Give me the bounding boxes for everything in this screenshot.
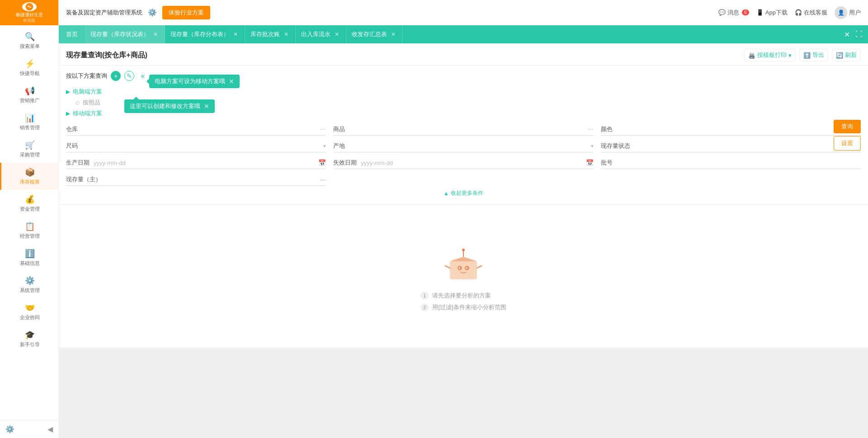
empty-tip-2: 2 用[过滤]条件来缩小分析范围 xyxy=(420,303,506,311)
sidebar-item-basic[interactable]: ℹ️ 基础信息 xyxy=(0,244,58,271)
notification-item[interactable]: 💬 消息 6 xyxy=(718,9,749,17)
tab-flow-close[interactable]: ✕ xyxy=(333,31,340,38)
collapse-bar[interactable]: ▲ 收起更多条件 xyxy=(66,186,861,199)
phone-icon: 📱 xyxy=(756,9,764,16)
print-label: 按模板打印 xyxy=(757,51,787,59)
print-button[interactable]: 🖨️ 按模板打印 ▾ xyxy=(744,49,796,61)
export-button[interactable]: ⬆️ 导出 xyxy=(799,49,828,61)
edit-scheme-button[interactable]: ✎ xyxy=(124,71,134,81)
origin-label: 产地 xyxy=(333,142,358,150)
username-label: 用户 xyxy=(849,9,861,17)
online-support-item[interactable]: 🎧 在线客服 xyxy=(795,9,827,17)
top-header: 装备及固定资产辅助管理系统 ⚙️ 体验行业方案 💬 消息 6 📱 App下载 🎧… xyxy=(59,0,868,25)
tab-batch-close[interactable]: ✕ xyxy=(283,31,290,38)
export-icon: ⬆️ xyxy=(803,52,811,59)
exp-date-calendar-icon[interactable]: 📅 xyxy=(586,159,594,166)
sidebar-item-quicknav[interactable]: ⚡ 快捷导航 xyxy=(0,54,58,81)
sidebar-item-finance[interactable]: 💰 资金管理 xyxy=(0,190,58,217)
range-dash: — xyxy=(320,176,326,183)
avatar: 👤 xyxy=(835,6,847,19)
sidebar-label-sales: 销售管理 xyxy=(20,124,40,131)
sidebar-item-inventory[interactable]: 📦 库存核算 xyxy=(0,163,58,190)
sidebar-footer: ⚙️ ◀ xyxy=(0,420,58,438)
prod-date-calendar-icon[interactable]: 📅 xyxy=(318,159,326,166)
exp-date-input[interactable] xyxy=(361,160,581,166)
svg-line-11 xyxy=(445,266,450,268)
empty-tip-1: 1 请先选择要分析的方案 xyxy=(420,292,506,300)
app-download-label: App下载 xyxy=(765,9,788,17)
tab-flow[interactable]: 出入库流水 ✕ xyxy=(296,25,346,43)
sidebar-item-purchase[interactable]: 🛒 采购管理 xyxy=(0,136,58,163)
scheme-mobile-arrow: ▶ xyxy=(66,110,70,117)
logo-text: 畅捷通好生意 xyxy=(16,12,43,18)
page-area: 现存量查询(按仓库+商品) 🖨️ 按模板打印 ▾ ⬆️ 导出 🔄 刷新 xyxy=(59,43,868,438)
system-gear-icon[interactable]: ⚙️ xyxy=(148,8,157,17)
tooltip-create-text: 这里可以创建和修改方案哦 xyxy=(130,102,200,110)
warehouse-dots[interactable]: ··· xyxy=(320,125,326,133)
size-dropdown[interactable]: ▾ xyxy=(323,143,326,149)
tab-inventory-dist[interactable]: 现存量（库存分布表） ✕ xyxy=(165,25,245,43)
tab-summary-close[interactable]: ✕ xyxy=(390,31,397,38)
logo-icon xyxy=(22,2,37,11)
tab-close-all-icon[interactable]: ✕ xyxy=(842,28,852,41)
tooltip-create-scheme: 这里可以创建和修改方案哦 ✕ xyxy=(124,99,215,113)
origin-dropdown[interactable]: ▾ xyxy=(591,143,594,149)
query-buttons: 查询 设置 xyxy=(834,120,861,151)
tab-batch[interactable]: 库存批次账 ✕ xyxy=(245,25,296,43)
guide-icon: 🎓 xyxy=(25,330,35,340)
sidebar-item-collab[interactable]: 🤝 企业协同 xyxy=(0,298,58,325)
tooltip-create-close[interactable]: ✕ xyxy=(204,103,209,110)
message-icon: 💬 xyxy=(718,9,726,16)
set-button[interactable]: 设置 xyxy=(834,136,861,151)
origin-field: 产地 ▾ xyxy=(333,140,593,152)
sidebar-label-finance: 资金管理 xyxy=(20,206,40,212)
tab-summary[interactable]: 收发存汇总表 ✕ xyxy=(346,25,403,43)
svg-line-12 xyxy=(477,266,481,268)
page-content-wrapper: 现存量查询(按仓库+商品) 🖨️ 按模板打印 ▾ ⬆️ 导出 🔄 刷新 xyxy=(59,43,868,348)
sidebar-item-marketing[interactable]: 📢 营销推广 xyxy=(0,81,58,108)
basic-icon: ℹ️ xyxy=(25,249,35,259)
size-field: 尺码 ▾ xyxy=(66,140,326,152)
sidebar-item-management[interactable]: 📋 经营管理 xyxy=(0,217,58,244)
tab-inventory-status-close[interactable]: ✕ xyxy=(152,31,159,38)
sidebar-item-system[interactable]: ⚙️ 系统管理 xyxy=(0,271,58,298)
user-item[interactable]: 👤 用户 xyxy=(835,6,861,19)
purchase-icon: 🛒 xyxy=(25,140,35,150)
stock-main-start-input[interactable] xyxy=(103,176,318,183)
prod-date-start-input[interactable] xyxy=(94,160,314,166)
refresh-button[interactable]: 🔄 刷新 xyxy=(832,49,861,61)
batch-label: 批号 xyxy=(601,159,626,167)
tab-inventory-dist-close[interactable]: ✕ xyxy=(232,31,239,38)
empty-illustration xyxy=(441,241,486,286)
notification-badge: 6 xyxy=(742,9,749,15)
experience-button[interactable]: 体验行业方案 xyxy=(162,6,210,19)
exp-date-field: 失效日期 📅 xyxy=(333,157,593,169)
logo-badge: 标准版 xyxy=(23,18,35,24)
tab-inventory-status[interactable]: 现存量（库存状况表） ✕ xyxy=(85,25,165,43)
sidebar-menu: 🔍 搜索菜单 ⚡ 快捷导航 📢 营销推广 📊 销售管理 🛒 采购管理 📦 库存核… xyxy=(0,25,58,420)
goods-dots[interactable]: ··· xyxy=(587,125,593,133)
headset-icon: 🎧 xyxy=(795,9,802,16)
scheme-pc-arrow: ▶ xyxy=(66,89,70,95)
header-left: 装备及固定资产辅助管理系统 ⚙️ 体验行业方案 xyxy=(66,6,210,19)
quicknav-icon: ⚡ xyxy=(25,59,35,69)
tip-num-2: 2 xyxy=(420,303,429,311)
settings-icon[interactable]: ⚙️ xyxy=(5,425,14,433)
filter-grid: 仓库 ··· 商品 ··· 颜色 ▾ 尺码 xyxy=(66,123,861,186)
page-header: 现存量查询(按仓库+商品) 🖨️ 按模板打印 ▾ ⬆️ 导出 🔄 刷新 xyxy=(59,43,868,66)
sidebar-item-guide[interactable]: 🎓 新手引导 xyxy=(0,325,58,353)
color-field: 颜色 ▾ xyxy=(601,123,861,136)
add-scheme-button[interactable]: + xyxy=(111,71,121,81)
tooltip-pc-close[interactable]: ✕ xyxy=(229,78,234,85)
sidebar-item-sales[interactable]: 📊 销售管理 xyxy=(0,108,58,136)
online-support-label: 在线客服 xyxy=(804,9,827,17)
tab-expand-icon[interactable]: ⛶ xyxy=(854,28,864,40)
collapse-sidebar-icon[interactable]: ◀ xyxy=(47,425,53,433)
sidebar-item-search[interactable]: 🔍 搜索菜单 xyxy=(0,27,58,54)
query-button[interactable]: 查询 xyxy=(834,120,861,133)
svg-rect-2 xyxy=(454,264,472,276)
main-content: 装备及固定资产辅助管理系统 ⚙️ 体验行业方案 💬 消息 6 📱 App下载 🎧… xyxy=(59,0,868,438)
tab-home[interactable]: 首页 xyxy=(59,25,85,43)
app-download-item[interactable]: 📱 App下载 xyxy=(756,9,788,17)
scheme-child-label: 按照品 xyxy=(83,99,100,107)
